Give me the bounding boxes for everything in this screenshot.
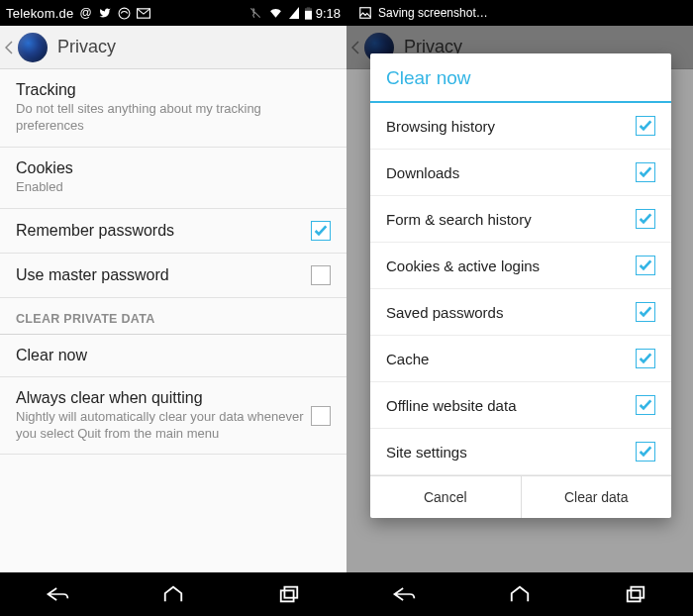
cancel-button[interactable]: Cancel [370, 476, 521, 518]
dialog-row-label: Cache [386, 351, 636, 367]
svg-point-0 [119, 8, 130, 19]
vibrate-icon [248, 6, 262, 20]
row-tracking[interactable]: Tracking Do not tell sites anything abou… [0, 69, 346, 148]
dialog-checkbox[interactable] [636, 162, 655, 182]
nav-back-button[interactable] [0, 572, 116, 616]
dialog-checkbox[interactable] [636, 395, 655, 415]
dialog-row[interactable]: Downloads [370, 150, 671, 196]
row-sublabel: Enabled [16, 179, 331, 196]
image-icon [358, 6, 372, 20]
right-screen: Saving screenshot… Privacy Clear now Bro… [346, 0, 693, 616]
row-sublabel: Nightly will automatically clear your da… [16, 409, 311, 443]
row-label: Clear now [16, 347, 331, 364]
mail-icon [137, 8, 150, 19]
row-label: Tracking [16, 81, 331, 99]
dialog-row[interactable]: Form & search history [370, 196, 671, 243]
dialog-row[interactable]: Offline website data [370, 382, 671, 429]
dialog-row-label: Site settings [386, 444, 636, 461]
navigation-bar [346, 572, 693, 616]
clear-data-button[interactable]: Clear data [521, 476, 672, 518]
nav-recents-button[interactable] [577, 572, 693, 616]
dialog-checkbox[interactable] [636, 302, 655, 322]
dialog-row-label: Browsing history [386, 118, 636, 135]
status-bar: Telekom.de @ 9:18 [0, 0, 346, 26]
row-master-password[interactable]: Use master password [0, 254, 346, 298]
dialog-items: Browsing historyDownloadsForm & search h… [370, 103, 671, 475]
dialog-row-label: Form & search history [386, 211, 636, 228]
dialog-checkbox[interactable] [636, 256, 655, 275]
row-sublabel: Do not tell sites anything about my trac… [16, 101, 331, 135]
wifi-icon [268, 7, 283, 19]
dialog-row-label: Cookies & active logins [386, 257, 636, 274]
svg-rect-6 [284, 587, 297, 598]
carrier-label: Telekom.de [6, 6, 73, 21]
row-remember-passwords[interactable]: Remember passwords [0, 209, 346, 254]
row-label: Remember passwords [16, 222, 311, 240]
section-label: CLEAR PRIVATE DATA [16, 312, 331, 326]
app-icon [18, 33, 48, 62]
row-label: Cookies [16, 159, 331, 177]
left-screen: Telekom.de @ 9:18 Privacy Tracking Do no… [0, 0, 346, 616]
twitter-icon [98, 7, 112, 19]
dialog-checkbox[interactable] [636, 442, 655, 462]
checkbox-always-clear[interactable] [311, 406, 331, 426]
dialog-row-label: Offline website data [386, 397, 636, 414]
dialog-row[interactable]: Cache [370, 336, 671, 382]
row-always-clear[interactable]: Always clear when quitting Nightly will … [0, 377, 346, 456]
checkbox-master-password[interactable] [311, 265, 331, 285]
saving-label: Saving screenshot… [378, 6, 488, 20]
dialog-row[interactable]: Cookies & active logins [370, 243, 671, 289]
status-bar: Saving screenshot… [346, 0, 693, 26]
at-icon: @ [79, 6, 91, 20]
row-clear-now[interactable]: Clear now [0, 335, 346, 377]
section-header: CLEAR PRIVATE DATA [0, 298, 346, 335]
battery-icon [305, 7, 312, 20]
dialog-row-label: Downloads [386, 164, 636, 181]
svg-rect-4 [306, 7, 310, 9]
signal-icon [289, 7, 299, 19]
firefox-icon [118, 7, 131, 20]
clock-label: 9:18 [316, 6, 341, 21]
app-header: Privacy [0, 26, 346, 69]
dialog-title: Clear now [370, 53, 671, 103]
row-cookies[interactable]: Cookies Enabled [0, 148, 346, 209]
checkbox-remember-passwords[interactable] [311, 221, 331, 241]
settings-list: Tracking Do not tell sites anything abou… [0, 69, 346, 572]
nav-home-button[interactable] [116, 572, 232, 616]
clear-now-dialog: Clear now Browsing historyDownloadsForm … [370, 53, 671, 518]
dialog-buttons: Cancel Clear data [370, 475, 671, 518]
svg-rect-9 [631, 587, 644, 598]
dialog-row[interactable]: Site settings [370, 429, 671, 475]
dialog-row[interactable]: Browsing history [370, 103, 671, 150]
dialog-checkbox[interactable] [636, 116, 655, 136]
svg-rect-5 [280, 590, 293, 601]
svg-rect-3 [305, 10, 312, 19]
svg-rect-8 [627, 590, 640, 601]
dialog-row-label: Saved passwords [386, 304, 636, 321]
dialog-row[interactable]: Saved passwords [370, 289, 671, 336]
dialog-checkbox[interactable] [636, 349, 655, 368]
page-title: Privacy [57, 37, 116, 57]
dialog-checkbox[interactable] [636, 209, 655, 229]
row-label: Always clear when quitting [16, 389, 311, 407]
svg-rect-7 [360, 8, 371, 19]
navigation-bar [0, 572, 346, 616]
row-label: Use master password [16, 266, 311, 284]
back-button[interactable] [2, 41, 16, 54]
nav-recents-button[interactable] [231, 572, 346, 616]
nav-back-button[interactable] [346, 572, 462, 616]
nav-home-button[interactable] [462, 572, 578, 616]
screenshot-saving-notification: Saving screenshot… [358, 6, 488, 20]
